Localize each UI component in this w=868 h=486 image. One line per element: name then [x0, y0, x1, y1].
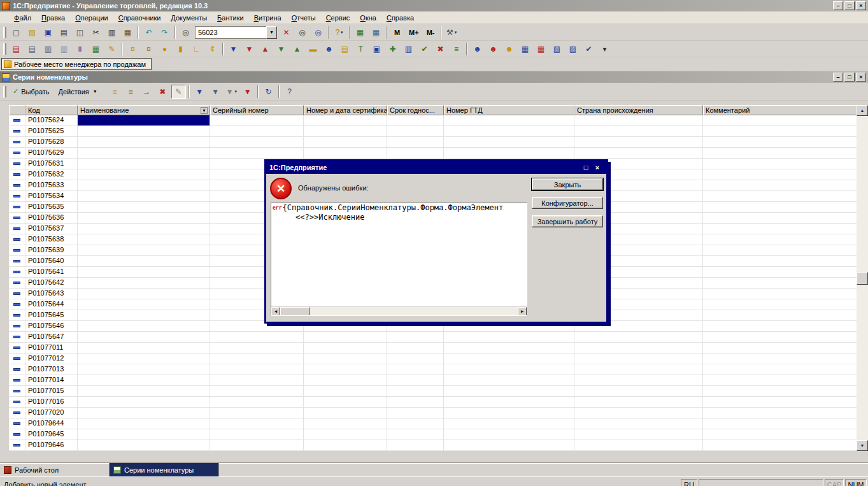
payments-icon[interactable]: ▮ [173, 42, 188, 56]
cell-gtd[interactable] [444, 126, 574, 137]
open-icon[interactable]: ▨ [25, 25, 39, 39]
redo-icon[interactable]: ↷ [157, 25, 172, 39]
cell-code[interactable]: Р01075640 [25, 256, 78, 267]
menu-item[interactable]: Справка [381, 12, 419, 24]
cell-name[interactable] [78, 126, 210, 137]
cell-cert[interactable] [304, 115, 387, 126]
cell-name[interactable] [78, 137, 210, 148]
deletion-mark-icon[interactable]: ✖ [155, 85, 170, 99]
cell-expiry[interactable] [387, 364, 444, 375]
cell-comment[interactable] [703, 310, 857, 321]
goods-receipt-icon[interactable]: ▼ [274, 42, 288, 56]
scroll-up-button[interactable]: ▲ [857, 105, 868, 116]
menu-item[interactable]: Сервис [321, 12, 355, 24]
cell-gtd[interactable] [444, 397, 574, 408]
configurator-button[interactable]: Конфигуратор... [532, 197, 603, 209]
cell-comment[interactable] [703, 289, 857, 299]
service-messages-icon[interactable]: ?▾ [332, 25, 346, 39]
find-settings-icon[interactable]: ◎ [311, 25, 325, 39]
scroll-down-button[interactable]: ▼ [857, 440, 868, 451]
terminate-button[interactable]: Завершить работу [532, 215, 603, 227]
toolbar-overflow-icon[interactable]: ▾ [597, 42, 612, 56]
cell-name[interactable] [78, 343, 210, 354]
goods-issue-icon[interactable]: ▲ [290, 42, 304, 56]
table-row[interactable]: Р01077013 [9, 364, 857, 375]
menu-item[interactable]: Витрина [249, 12, 287, 24]
menu-item[interactable]: Правка [36, 12, 70, 24]
cell-code[interactable]: Р01075646 [25, 321, 78, 332]
close-button[interactable]: × [856, 1, 866, 10]
cell-name[interactable] [78, 310, 210, 321]
cell-serial[interactable] [210, 408, 304, 418]
scrollbar-thumb[interactable] [857, 272, 868, 285]
suppliers-icon[interactable]: ☻ [486, 42, 501, 56]
cell-cert[interactable] [304, 354, 387, 364]
cell-comment[interactable] [703, 169, 857, 180]
table-document-icon[interactable]: ▦ [89, 42, 103, 56]
table-row[interactable]: Р01075628 [9, 137, 857, 148]
cell-country[interactable] [574, 408, 703, 418]
cell-cert[interactable] [304, 386, 387, 397]
cell-code[interactable]: Р01075637 [25, 224, 78, 234]
cell-name[interactable] [78, 364, 210, 375]
cell-code[interactable]: Р01079646 [25, 440, 78, 451]
warehouse-docs-icon[interactable]: ▬ [306, 42, 320, 56]
cell-name[interactable] [78, 397, 210, 408]
filter-history-icon[interactable]: ▼▾ [224, 85, 239, 99]
hscroll-track[interactable] [280, 307, 518, 315]
cell-code[interactable]: Р01079645 [25, 429, 78, 440]
cell-name[interactable] [78, 245, 210, 256]
cell-comment[interactable] [703, 224, 857, 234]
cell-code[interactable]: Р01075638 [25, 234, 78, 245]
incoming-invoice-icon[interactable]: ▼ [242, 42, 257, 56]
child-close-button[interactable]: × [856, 73, 866, 82]
toolbar-grip[interactable] [3, 43, 6, 55]
cell-expiry[interactable] [387, 408, 444, 418]
table-row[interactable]: Р01075624 [9, 115, 857, 126]
table-row[interactable]: Р01079644 [9, 418, 857, 429]
cell-gtd[interactable] [444, 148, 574, 159]
cell-cert[interactable] [304, 429, 387, 440]
minimize-button[interactable]: – [833, 1, 843, 10]
quick-edit-icon[interactable]: ✎ [171, 85, 186, 99]
cell-name[interactable] [78, 289, 210, 299]
cell-gtd[interactable] [444, 375, 574, 386]
outgoing-doc-icon[interactable]: ▲ [258, 42, 273, 56]
cell-expiry[interactable] [387, 386, 444, 397]
cell-name[interactable] [78, 332, 210, 343]
purse-icon[interactable]: ● [157, 42, 172, 56]
cell-comment[interactable] [703, 429, 857, 440]
find-icon[interactable]: ◎ [178, 25, 193, 39]
cell-name[interactable] [78, 169, 210, 180]
prices-icon[interactable]: ¢ [205, 42, 220, 56]
cell-expiry[interactable] [387, 354, 444, 364]
cell-code[interactable]: Р01075629 [25, 148, 78, 159]
cell-comment[interactable] [703, 115, 857, 126]
cell-comment[interactable] [703, 213, 857, 224]
cell-serial[interactable] [210, 375, 304, 386]
refresh-icon[interactable]: ↻ [261, 85, 276, 99]
cut-icon[interactable]: ✂ [89, 25, 103, 39]
cell-comment[interactable] [703, 364, 857, 375]
cell-comment[interactable] [703, 408, 857, 418]
cell-name[interactable] [78, 224, 210, 234]
calc-memory-add-button[interactable]: M+ [406, 25, 422, 39]
cell-name[interactable] [78, 213, 210, 224]
error-details[interactable]: err{Справочник.СерииНоменклатуры.Форма.Ф… [271, 203, 527, 316]
nomenclature-icon[interactable]: ▦ [518, 42, 532, 56]
sort-dropdown-icon[interactable]: ▼ [201, 107, 208, 114]
cell-serial[interactable] [210, 137, 304, 148]
cell-gtd[interactable] [444, 115, 574, 126]
cell-cert[interactable] [304, 418, 387, 429]
cell-gtd[interactable] [444, 408, 574, 418]
cell-comment[interactable] [703, 375, 857, 386]
cell-code[interactable]: Р01077013 [25, 364, 78, 375]
cell-code[interactable]: Р01077014 [25, 375, 78, 386]
cell-country[interactable] [574, 115, 703, 126]
external-print-icon[interactable]: ▥ [57, 42, 71, 56]
cell-cert[interactable] [304, 375, 387, 386]
cell-code[interactable]: Р01077015 [25, 386, 78, 397]
cell-serial[interactable] [210, 148, 304, 159]
cell-gtd[interactable] [444, 332, 574, 343]
cell-name[interactable] [78, 191, 210, 202]
